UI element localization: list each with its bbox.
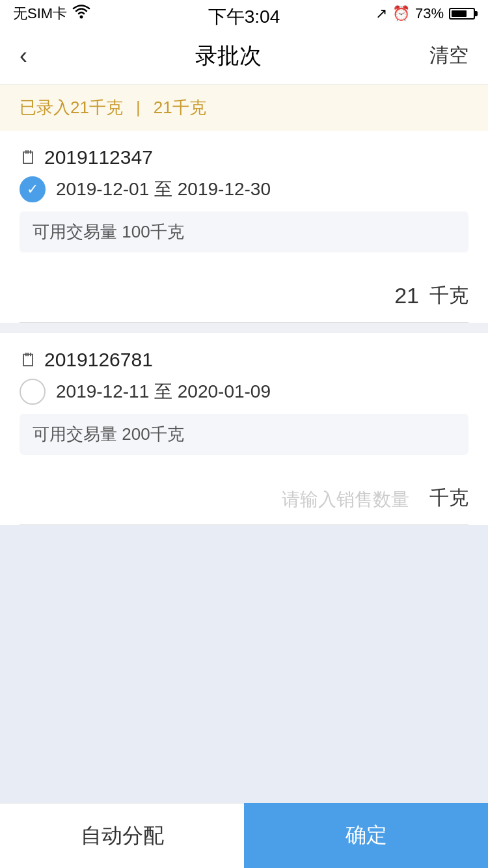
radio-btn-2[interactable] [20, 379, 46, 405]
clear-button[interactable]: 清空 [429, 42, 468, 69]
doc-icon-1: 🗒 [20, 147, 38, 169]
confirm-button[interactable]: 确定 [244, 803, 488, 868]
page-title: 录批次 [195, 41, 262, 71]
batch-id-row-1: 🗒 2019112347 [20, 146, 468, 169]
summary-divider: | [136, 98, 141, 118]
doc-icon-2: 🗒 [20, 349, 38, 371]
bottom-buttons: 自动分配 确定 [0, 803, 488, 868]
section-separator [0, 323, 488, 333]
batch-date-1: 2019-12-01 至 2019-12-30 [56, 177, 271, 202]
wifi-icon [72, 5, 90, 23]
battery-percent: 73% [415, 5, 444, 22]
alarm-icon: ⏰ [392, 5, 410, 22]
unit-label-1: 千克 [429, 282, 468, 309]
avail-box-2: 可用交易量 200千克 [20, 414, 468, 455]
batch-id-row-2: 🗒 2019126781 [20, 349, 468, 371]
recorded-label: 已录入21千克 [20, 96, 123, 119]
status-time: 下午3:04 [208, 5, 280, 29]
check-icon-1: ✓ [27, 181, 38, 198]
input-row-1: 21 千克 [0, 276, 488, 322]
batch-id-2: 2019126781 [44, 349, 153, 371]
svg-point-0 [80, 16, 83, 19]
summary-bar: 已录入21千克 | 21千克 [0, 85, 488, 131]
nav-bar: ‹ 录批次 清空 [0, 27, 488, 85]
input-row-2: 千克 [0, 478, 488, 524]
batch-date-row-2: 2019-12-11 至 2020-01-09 [20, 379, 468, 405]
avail-box-1: 可用交易量 100千克 [20, 211, 468, 252]
status-right: ↗ ⏰ 73% [375, 5, 475, 22]
batch-id-1: 2019112347 [44, 146, 153, 169]
carrier-label: 无SIM卡 [13, 4, 67, 23]
status-left: 无SIM卡 [13, 4, 90, 23]
location-icon: ↗ [375, 5, 387, 22]
batch-date-row-1: ✓ 2019-12-01 至 2019-12-30 [20, 176, 468, 202]
status-bar: 无SIM卡 下午3:04 ↗ ⏰ 73% [0, 0, 488, 27]
qty-value-1: 21 [380, 283, 419, 308]
battery-icon [449, 8, 475, 20]
back-button[interactable]: ‹ [20, 42, 27, 70]
auto-distribute-button[interactable]: 自动分配 [0, 803, 244, 868]
total-label: 21千克 [154, 96, 206, 119]
bottom-area [0, 525, 488, 811]
batch-item-1: 🗒 2019112347 ✓ 2019-12-01 至 2019-12-30 可… [0, 131, 488, 323]
qty-input-2[interactable] [224, 485, 419, 511]
unit-label-2: 千克 [429, 485, 468, 511]
batch-item-2: 🗒 2019126781 2019-12-11 至 2020-01-09 可用交… [0, 333, 488, 525]
radio-btn-1[interactable]: ✓ [20, 176, 46, 202]
batch-date-2: 2019-12-11 至 2020-01-09 [56, 379, 271, 404]
